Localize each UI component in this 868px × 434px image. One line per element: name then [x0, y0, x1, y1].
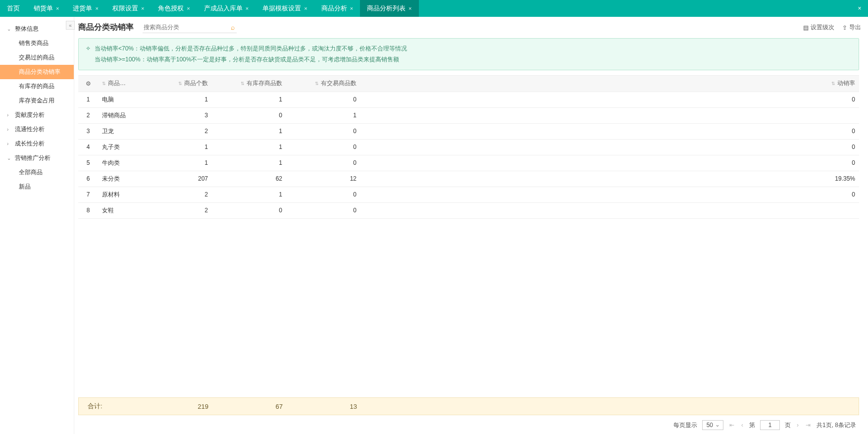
tip-box: ✧ 当动销率<70%：动销率偏低，分析是否存在品种过多，特别是同质同类品种过多，… — [78, 38, 859, 70]
table-row[interactable]: 2滞销商品301 — [78, 107, 859, 123]
sidebar-item-全部商品[interactable]: 全部商品 — [0, 165, 74, 180]
col-header-trade[interactable]: ⇅有交易商品数 — [286, 76, 360, 92]
sidebar-group-流通性分析[interactable]: ›流通性分析 — [0, 122, 74, 137]
tab-商品分析[interactable]: 商品分析× — [314, 0, 360, 17]
table-cell — [360, 202, 859, 218]
tab-角色授权[interactable]: 角色授权× — [151, 0, 197, 17]
pager-last-button[interactable]: ⇥ — [805, 422, 812, 429]
tab-close-icon[interactable]: × — [141, 5, 144, 11]
table-row[interactable]: 8女鞋200 — [78, 202, 859, 218]
sidebar-item-销售类商品[interactable]: 销售类商品 — [0, 36, 74, 50]
sidebar-item-交易过的商品[interactable]: 交易过的商品 — [0, 50, 74, 65]
sidebar-item-新品[interactable]: 新品 — [0, 180, 74, 194]
totals-label: 合计: — [79, 402, 153, 411]
search-icon[interactable]: ⌕ — [229, 23, 237, 31]
list-icon: ▤ — [803, 24, 809, 31]
per-page-select[interactable]: 50 — [702, 420, 723, 430]
tab-close-icon[interactable]: × — [408, 5, 411, 11]
col-header-rate[interactable]: ⇅动销率 — [360, 76, 859, 92]
table-cell: 0 — [360, 139, 859, 155]
totals-trade: 13 — [287, 403, 361, 410]
topbar-close-button[interactable]: × — [851, 0, 868, 17]
col-header-stock[interactable]: ⇅有库存商品数 — [212, 76, 286, 92]
table-row[interactable]: 7原材料2100 — [78, 187, 859, 202]
table-cell: 2 — [153, 202, 212, 218]
tab-close-icon[interactable]: × — [246, 5, 249, 11]
sidebar-collapse-button[interactable]: « — [66, 21, 75, 30]
sidebar-group-成长性分析[interactable]: ›成长性分析 — [0, 137, 74, 151]
search-box: ⌕ — [143, 22, 237, 33]
caret-icon: › — [7, 141, 12, 146]
table-cell: 3 — [153, 107, 212, 123]
pager-first-button[interactable]: ⇤ — [728, 422, 735, 429]
sidebar-group-营销推广分析[interactable]: ⌄营销推广分析 — [0, 151, 74, 165]
tab-销货单[interactable]: 销货单× — [27, 0, 66, 17]
sidebar-item-库存资金占用[interactable]: 库存资金占用 — [0, 94, 74, 108]
table-cell: 原材料 — [98, 187, 153, 202]
table-cell: 62 — [212, 171, 286, 187]
sidebar-item-商品分类动销率[interactable]: 商品分类动销率 — [0, 65, 74, 79]
per-page-label: 每页显示 — [673, 421, 697, 430]
tab-close-icon[interactable]: × — [350, 5, 353, 11]
table-cell: 2 — [153, 187, 212, 202]
table-cell: 1 — [153, 139, 212, 155]
table-cell: 0 — [286, 202, 360, 218]
sidebar-group-整体信息[interactable]: ⌄整体信息 — [0, 22, 74, 36]
pager-page-suffix: 页 — [785, 421, 791, 430]
tab-单据模板设置[interactable]: 单据模板设置× — [255, 0, 314, 17]
export-button[interactable]: ⇪ 导出 — [842, 23, 861, 32]
caret-icon: ⌄ — [7, 155, 12, 161]
tab-close-icon[interactable]: × — [304, 5, 307, 11]
sort-icon: ⇅ — [178, 81, 182, 86]
column-settings-button[interactable]: ⚙ — [78, 76, 98, 92]
data-table-wrap: ⚙ ⇅商品… ⇅商品个数 ⇅有库存商品数 ⇅有交易商品数 ⇅动销率 1电脑110… — [78, 75, 859, 397]
col-header-name[interactable]: ⇅商品… — [98, 76, 153, 92]
pager: 每页显示 50 ⇤ ‹ 第 1 页 › ⇥ 共1页, 8条记录 — [76, 418, 861, 434]
tab-close-icon[interactable]: × — [56, 5, 59, 11]
pager-next-button[interactable]: › — [796, 422, 800, 429]
table-cell: 5 — [78, 155, 98, 171]
pager-prev-button[interactable]: ‹ — [740, 422, 744, 429]
table-row[interactable]: 5牛肉类1100 — [78, 155, 859, 171]
tab-close-icon[interactable]: × — [95, 5, 98, 11]
main-content: 商品分类动销率 ⌕ ▤ 设置级次 ⇪ 导出 ✧ 当动销率<70%：动销率偏低，分… — [74, 17, 868, 434]
table-cell: 卫龙 — [98, 123, 153, 139]
table-row[interactable]: 4丸子类1100 — [78, 139, 859, 155]
table-cell: 2 — [153, 123, 212, 139]
tab-权限设置[interactable]: 权限设置× — [105, 0, 151, 17]
pager-page-input[interactable]: 1 — [760, 420, 780, 430]
tab-商品分析列表[interactable]: 商品分析列表× — [360, 0, 418, 17]
table-cell: 未分类 — [98, 171, 153, 187]
table-cell: 0 — [212, 107, 286, 123]
lightbulb-icon: ✧ — [86, 44, 91, 65]
table-cell: 4 — [78, 139, 98, 155]
table-row[interactable]: 1电脑1100 — [78, 92, 859, 107]
sidebar-item-有库存的商品[interactable]: 有库存的商品 — [0, 79, 74, 94]
caret-icon: › — [7, 127, 12, 132]
export-icon: ⇪ — [842, 24, 847, 31]
pager-summary: 共1页, 8条记录 — [817, 421, 856, 430]
table-cell: 19.35% — [360, 171, 859, 187]
table-cell: 8 — [78, 202, 98, 218]
settings-level-button[interactable]: ▤ 设置级次 — [803, 23, 834, 32]
sort-icon: ⇅ — [315, 81, 319, 86]
tab-首页[interactable]: 首页 — [0, 0, 27, 17]
tab-close-icon[interactable]: × — [187, 5, 190, 11]
table-row[interactable]: 6未分类207621219.35% — [78, 171, 859, 187]
table-cell: 1 — [212, 123, 286, 139]
search-input[interactable] — [143, 22, 229, 33]
table-cell: 6 — [78, 171, 98, 187]
col-header-count[interactable]: ⇅商品个数 — [153, 76, 212, 92]
table-row[interactable]: 3卫龙2100 — [78, 123, 859, 139]
sidebar-group-label: 整体信息 — [15, 25, 39, 33]
tab-产成品入库单[interactable]: 产成品入库单× — [197, 0, 255, 17]
tab-进货单[interactable]: 进货单× — [66, 0, 105, 17]
sort-icon: ⇅ — [102, 81, 106, 86]
sidebar-group-label: 营销推广分析 — [15, 154, 51, 162]
tip-line-1: 当动销率<70%：动销率偏低，分析是否存在品种过多，特别是同质同类品种过多，或淘… — [95, 44, 407, 54]
data-table: ⚙ ⇅商品… ⇅商品个数 ⇅有库存商品数 ⇅有交易商品数 ⇅动销率 1电脑110… — [78, 76, 859, 219]
table-cell: 12 — [286, 171, 360, 187]
sidebar-group-贡献度分析[interactable]: ›贡献度分析 — [0, 108, 74, 122]
table-cell: 女鞋 — [98, 202, 153, 218]
table-cell: 1 — [153, 92, 212, 107]
